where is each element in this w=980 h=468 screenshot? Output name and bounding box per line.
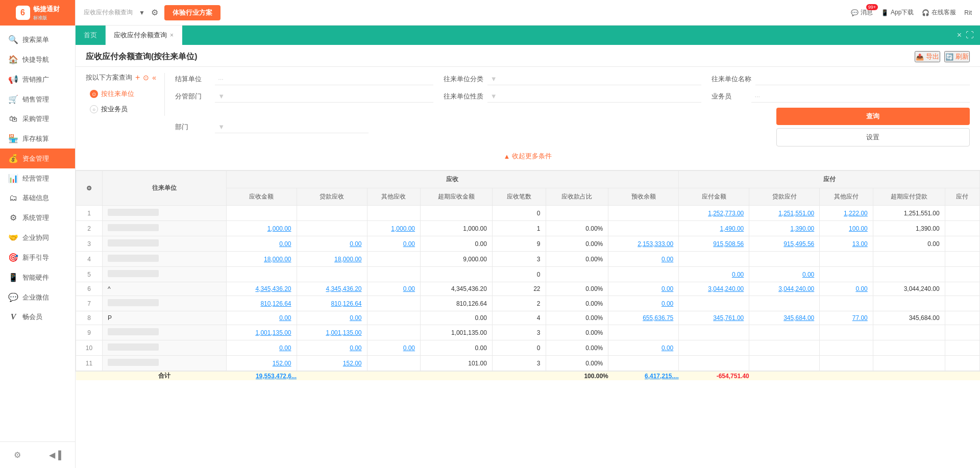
cell-value[interactable]: 0.00 [802, 271, 814, 278]
collapse-scheme-icon[interactable]: « [152, 73, 156, 82]
loan-ar-cell[interactable]: 0.00 [297, 236, 367, 252]
cell-value[interactable]: 0.00 [279, 240, 291, 248]
cell-value[interactable]: 0.00 [403, 344, 415, 352]
loan-ap-cell[interactable]: 3,044,240.00 [749, 282, 820, 296]
other-ar-cell[interactable]: 1,000.00 [367, 221, 421, 236]
loan-ar-cell[interactable]: 152.00 [297, 356, 367, 372]
scheme-by-partner[interactable]: ⊙ 按往来单位 [86, 87, 156, 101]
advance-balance-cell[interactable] [608, 221, 679, 236]
refresh-button[interactable]: 🔄 刷新 [944, 51, 970, 62]
ap-amount-cell[interactable] [679, 325, 749, 340]
loan-ap-cell[interactable] [749, 296, 820, 311]
cell-value[interactable]: 152.00 [343, 360, 362, 367]
summary-advance-balance[interactable]: 6,417,215.... [608, 371, 679, 380]
settings-button[interactable]: 设置 [776, 128, 970, 146]
cell-value[interactable]: 1,251,551.00 [778, 210, 814, 217]
loan-ap-cell[interactable]: 0.00 [749, 267, 820, 282]
loan-ap-cell[interactable]: 1,390.00 [749, 221, 820, 236]
other-ap-cell[interactable] [820, 296, 873, 311]
cell-value[interactable]: 0.00 [279, 314, 291, 322]
sidebar-item-basic[interactable]: 🗂 基础信息 [0, 188, 75, 208]
advance-balance-cell[interactable]: 0.00 [608, 340, 679, 356]
cell-value[interactable]: 345,761.00 [713, 314, 744, 322]
app-download-button[interactable]: 📱 App下载 [881, 8, 914, 17]
advance-balance-cell[interactable] [608, 206, 679, 221]
edit-scheme-icon[interactable]: ⊙ [143, 73, 149, 82]
sidebar-item-purchase[interactable]: 🛍 采购管理 [0, 109, 75, 129]
cell-value[interactable]: 915,495.56 [783, 240, 814, 248]
breadcrumb-dropdown-icon[interactable]: ▼ [139, 9, 145, 16]
cell-value[interactable]: 3,044,240.00 [708, 285, 744, 292]
cell-value[interactable]: 0.00 [662, 344, 673, 352]
advance-balance-cell[interactable] [608, 356, 679, 372]
sidebar-item-system[interactable]: ⚙ 系统管理 [0, 208, 75, 228]
loan-ar-cell[interactable] [297, 221, 367, 236]
tab-close-all-icon[interactable]: × [957, 31, 962, 40]
tab-expand-icon[interactable]: ⛶ [966, 31, 974, 40]
export-button[interactable]: 📤 导出 [915, 51, 940, 62]
ap-amount-cell[interactable]: 3,044,240.00 [679, 282, 749, 296]
cell-value[interactable]: 345,684.00 [783, 314, 814, 322]
ap-amount-cell[interactable] [679, 252, 749, 267]
sidebar-item-sales[interactable]: 🛒 销售管理 [0, 89, 75, 109]
advance-balance-cell[interactable]: 0.00 [608, 282, 679, 296]
advance-balance-cell[interactable]: 0.00 [608, 296, 679, 311]
settlement-unit-input[interactable]: ··· [215, 73, 433, 85]
loan-ap-cell[interactable] [749, 325, 820, 340]
cell-value[interactable]: 0.00 [662, 256, 673, 263]
dept-manager-input[interactable]: ▼ [215, 90, 433, 103]
ap-amount-cell[interactable]: 1,490.00 [679, 221, 749, 236]
ap-amount-cell[interactable] [679, 296, 749, 311]
cell-value[interactable]: 915,508.56 [713, 240, 744, 248]
cell-value[interactable]: 18,000.00 [264, 256, 291, 263]
loan-ar-cell[interactable] [297, 267, 367, 282]
other-ap-cell[interactable] [820, 340, 873, 356]
cell-value[interactable]: 810,126.64 [260, 300, 291, 307]
cell-value[interactable]: 2,153,333.00 [638, 240, 673, 248]
add-scheme-icon[interactable]: + [135, 73, 140, 82]
cell-value[interactable]: 77.00 [852, 314, 868, 322]
ap-amount-cell[interactable]: 1,252,773.00 [679, 206, 749, 221]
collapse-sidebar-icon[interactable]: ◀▐ [46, 447, 64, 463]
sidebar-item-finance[interactable]: 💰 资金管理 [0, 149, 75, 168]
cell-value[interactable]: 1,490.00 [720, 225, 744, 232]
other-ar-cell[interactable] [367, 356, 421, 372]
cell-value[interactable]: 0.00 [662, 300, 673, 307]
loan-ar-cell[interactable]: 0.00 [297, 311, 367, 325]
sidebar-item-search[interactable]: 🔍 搜索菜单 [0, 30, 75, 50]
ar-amount-cell[interactable]: 152.00 [226, 356, 297, 372]
partner-category-input[interactable]: ▼ [487, 73, 702, 85]
other-ap-cell[interactable]: 100.00 [820, 221, 873, 236]
cell-value[interactable]: 3,044,240.00 [778, 285, 814, 292]
loan-ar-cell[interactable]: 0.00 [297, 340, 367, 356]
tab-close-icon[interactable]: × [170, 32, 174, 39]
ar-amount-cell[interactable]: 0.00 [226, 236, 297, 252]
cell-value[interactable]: 1,000.00 [267, 225, 291, 232]
user-menu[interactable]: Rit [964, 9, 972, 16]
ap-amount-cell[interactable] [679, 340, 749, 356]
cell-value[interactable]: 152.00 [273, 360, 291, 367]
messages-button[interactable]: 💬 消息 99+ [851, 8, 873, 17]
cell-value[interactable]: 1,001,135.00 [255, 329, 291, 336]
cell-value[interactable]: 1,252,773.00 [708, 210, 744, 217]
cell-value[interactable]: 810,126.64 [331, 300, 361, 307]
cell-value[interactable]: 1,000.00 [391, 225, 415, 232]
ar-amount-cell[interactable]: 0.00 [226, 340, 297, 356]
cell-value[interactable]: 0.00 [403, 240, 415, 248]
advance-balance-cell[interactable]: 2,153,333.00 [608, 236, 679, 252]
partner-nature-input[interactable]: ▼ [487, 90, 702, 103]
cell-value[interactable]: 100.00 [849, 225, 868, 232]
loan-ap-cell[interactable] [749, 340, 820, 356]
other-ap-cell[interactable]: 77.00 [820, 311, 873, 325]
cell-value[interactable]: 0.00 [279, 344, 291, 352]
cell-value[interactable]: 0.00 [403, 285, 415, 292]
other-ap-cell[interactable]: 0.00 [820, 282, 873, 296]
sidebar-item-wechat[interactable]: 💬 企业微信 [0, 287, 75, 307]
cell-value[interactable]: 655,636.75 [643, 314, 673, 322]
advance-balance-cell[interactable]: 655,636.75 [608, 311, 679, 325]
cell-value[interactable]: 1,001,135.00 [326, 329, 361, 336]
cell-value[interactable]: 0.00 [855, 285, 867, 292]
online-service-button[interactable]: 🎧 在线客服 [922, 8, 956, 17]
other-ar-cell[interactable] [367, 325, 421, 340]
ar-amount-cell[interactable] [226, 206, 297, 221]
